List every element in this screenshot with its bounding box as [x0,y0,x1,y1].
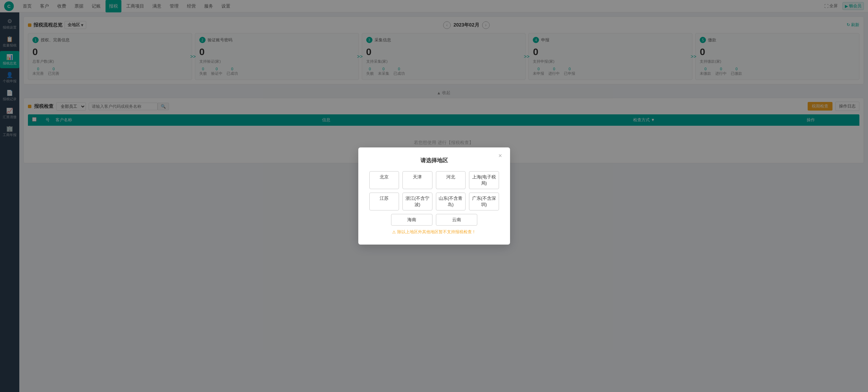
warning-icon: ⚠ [392,230,396,235]
region-button-海南[interactable]: 海南 [391,214,432,226]
region-button-江苏[interactable]: 江苏 [369,193,399,210]
modal-close-button[interactable]: × [496,152,505,160]
region-button-上海(电子税局)[interactable]: 上海(电子税局) [469,171,499,189]
region-button-河北[interactable]: 河北 [436,171,466,189]
region-button-浙江(不含宁波)[interactable]: 浙江(不含宁波) [402,193,432,210]
modal-title: 请选择地区 [369,157,499,164]
region-button-山东(不含青岛)[interactable]: 山东(不含青岛) [436,193,466,210]
warning-text: 除以上地区外其他地区暂不支持报税检查！ [397,229,476,235]
region-modal: × 请选择地区 北京天津河北上海(电子税局) 江苏浙江(不含宁波)山东(不含青岛… [358,147,510,245]
modal-overlay[interactable]: × 请选择地区 北京天津河北上海(电子税局) 江苏浙江(不含宁波)山东(不含青岛… [0,0,868,392]
region-button-北京[interactable]: 北京 [369,171,399,189]
region-row3: 海南云南 [369,214,499,226]
region-grid-row1: 北京天津河北上海(电子税局) [369,171,499,189]
region-button-云南[interactable]: 云南 [436,214,477,226]
region-button-天津[interactable]: 天津 [402,171,432,189]
close-icon: × [498,152,502,159]
modal-warning: ⚠ 除以上地区外其他地区暂不支持报税检查！ [369,229,499,235]
region-grid-row2: 江苏浙江(不含宁波)山东(不含青岛)广东(不含深圳) [369,193,499,210]
region-button-广东(不含深圳)[interactable]: 广东(不含深圳) [469,193,499,210]
